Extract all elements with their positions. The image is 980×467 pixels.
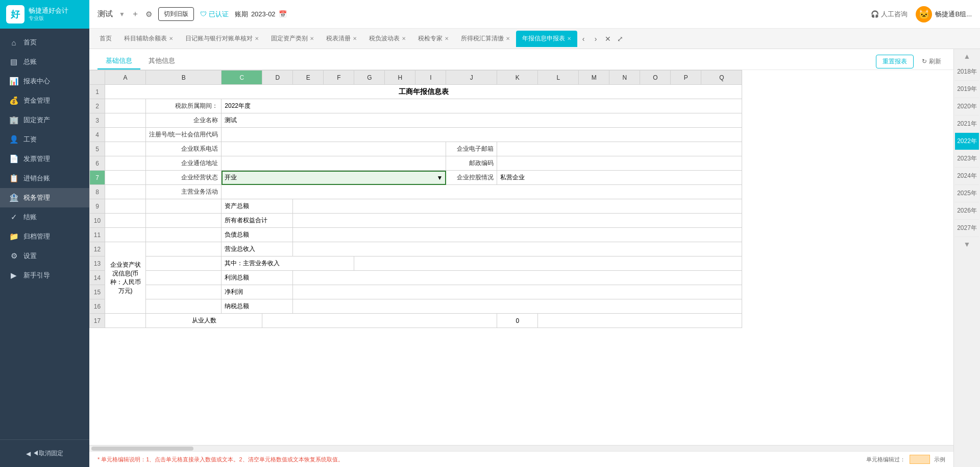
table-cell[interactable]: 2022年度: [222, 99, 742, 113]
sidebar-item-fund_mgmt[interactable]: 💰资金管理: [0, 91, 89, 110]
table-cell[interactable]: [538, 314, 742, 328]
year-item-2023[interactable]: 2023年: [955, 150, 979, 168]
table-cell[interactable]: 邮政编码: [446, 156, 497, 171]
tab-close-icon[interactable]: ✕: [169, 36, 173, 41]
table-cell[interactable]: [105, 228, 146, 242]
sidebar-item-general_ledger[interactable]: ▤总账: [0, 52, 89, 72]
year-item-2024[interactable]: 2024年: [955, 168, 979, 185]
table-cell[interactable]: [497, 142, 742, 156]
customer-service-button[interactable]: 🎧 人工咨询: [871, 10, 908, 19]
table-cell[interactable]: 0: [497, 314, 538, 328]
module-dropdown-icon[interactable]: ▼: [119, 11, 125, 18]
tab-prev-button[interactable]: ‹: [577, 33, 590, 45]
table-cell[interactable]: [293, 271, 742, 285]
table-cell[interactable]: [146, 299, 222, 314]
table-cell[interactable]: 私营企业: [497, 171, 742, 185]
dropdown-cell-operating-status[interactable]: 开业▼: [222, 171, 446, 185]
year-item-2018[interactable]: 2018年: [955, 63, 979, 81]
tab-annual_report[interactable]: 年报信息申报表✕: [516, 31, 577, 47]
year-panel-up-button[interactable]: ▲: [954, 49, 980, 63]
table-cell[interactable]: 利润总额: [222, 271, 293, 285]
table-cell[interactable]: [222, 185, 742, 199]
table-cell[interactable]: [146, 285, 222, 299]
table-cell[interactable]: 净利润: [222, 285, 293, 299]
tab-close-icon[interactable]: ✕: [353, 36, 357, 41]
sidebar-item-new_guide[interactable]: ▶新手引导: [0, 266, 89, 285]
table-cell[interactable]: 其中：主营业务收入: [222, 256, 354, 271]
table-cell[interactable]: 企业经营状态: [146, 171, 222, 185]
table-cell[interactable]: 从业人数: [146, 314, 262, 328]
table-cell[interactable]: 营业总收入: [222, 242, 293, 256]
table-cell[interactable]: [222, 128, 742, 142]
year-item-2025[interactable]: 2025年: [955, 185, 979, 202]
tab-aux_balance[interactable]: 科目辅助余额表✕: [118, 31, 179, 47]
horizontal-scrollbar[interactable]: [89, 445, 953, 451]
sidebar-item-archive_mgmt[interactable]: 📁归档管理: [0, 227, 89, 246]
sidebar-item-fixed_assets[interactable]: 🏢固定资产: [0, 110, 89, 130]
table-cell[interactable]: [105, 214, 146, 228]
table-cell[interactable]: [146, 228, 222, 242]
calendar-icon[interactable]: 📅: [279, 10, 287, 18]
table-cell[interactable]: [105, 142, 146, 156]
table-cell[interactable]: 企业通信地址: [146, 156, 222, 171]
sidebar-item-report_center[interactable]: 📊报表中心: [0, 72, 89, 91]
cell-title[interactable]: 工商年报信息表: [105, 85, 742, 99]
tab-income_tax[interactable]: 所得税汇算清缴✕: [455, 31, 516, 47]
year-item-2021[interactable]: 2021年: [955, 115, 979, 133]
table-cell[interactable]: [497, 156, 742, 171]
tab-journal_bank[interactable]: 日记账与银行对账单核对✕: [179, 31, 265, 47]
year-item-2027[interactable]: 2027年: [955, 220, 979, 237]
tab-home[interactable]: 首页: [93, 31, 118, 47]
year-item-2022[interactable]: 2022年: [955, 133, 979, 150]
table-cell[interactable]: [105, 171, 146, 185]
sidebar-item-checkout[interactable]: ✓结账: [0, 207, 89, 227]
year-item-2020[interactable]: 2020年: [955, 98, 979, 115]
tab-fixed_assets_category[interactable]: 固定资产类别✕: [265, 31, 320, 47]
sidebar-item-purchase_sales[interactable]: 📋进销台账: [0, 169, 89, 188]
table-cell[interactable]: [354, 256, 742, 271]
inner-tab-other_info[interactable]: 其他信息: [140, 53, 183, 69]
reset-report-button[interactable]: 重置报表: [876, 55, 914, 68]
tab-close-icon[interactable]: ✕: [255, 36, 259, 41]
table-cell[interactable]: [222, 142, 446, 156]
tab-close-icon[interactable]: ✕: [402, 36, 406, 41]
table-cell[interactable]: [293, 242, 742, 256]
tab-close-icon[interactable]: ✕: [310, 36, 314, 41]
table-cell[interactable]: [105, 113, 146, 128]
table-cell[interactable]: [105, 314, 146, 328]
inner-tab-basic_info[interactable]: 基础信息: [97, 53, 140, 69]
table-cell[interactable]: 企业名称: [146, 113, 222, 128]
table-cell[interactable]: [293, 199, 742, 214]
table-cell[interactable]: [293, 214, 742, 228]
table-cell[interactable]: 主营业务活动: [146, 185, 222, 199]
sidebar-item-tax_mgmt[interactable]: 🏦税务管理: [0, 188, 89, 207]
sidebar-item-invoice_mgmt[interactable]: 📄发票管理: [0, 149, 89, 169]
tab-tax_clearance[interactable]: 税表清册✕: [320, 31, 363, 47]
table-cell[interactable]: [146, 199, 222, 214]
table-cell[interactable]: 企业电子邮箱: [446, 142, 497, 156]
table-cell[interactable]: 所有者权益合计: [222, 214, 293, 228]
table-cell[interactable]: [105, 156, 146, 171]
refresh-button[interactable]: ↻ 刷新: [918, 55, 945, 68]
table-cell[interactable]: [293, 299, 742, 314]
tab-tax_expert[interactable]: 税检专家✕: [412, 31, 455, 47]
tab-tax_fluctuation[interactable]: 税负波动表✕: [363, 31, 412, 47]
table-cell[interactable]: [146, 256, 222, 271]
add-module-icon[interactable]: ＋: [131, 9, 139, 19]
table-cell[interactable]: [105, 99, 146, 113]
table-cell[interactable]: [222, 156, 446, 171]
tab-close-icon[interactable]: ✕: [445, 36, 449, 41]
year-item-2026[interactable]: 2026年: [955, 202, 979, 220]
table-cell[interactable]: [146, 214, 222, 228]
table-cell[interactable]: [146, 271, 222, 285]
year-item-2019[interactable]: 2019年: [955, 81, 979, 98]
table-cell[interactable]: 税款所属期间：: [146, 99, 222, 113]
tab-next-button[interactable]: ›: [590, 33, 602, 45]
year-panel-down-button[interactable]: ▼: [954, 237, 980, 251]
sidebar-item-home[interactable]: ⌂首页: [0, 33, 89, 52]
tab-close-icon[interactable]: ✕: [506, 36, 510, 41]
user-menu-button[interactable]: 🐱 畅捷通B组...: [916, 6, 972, 22]
table-cell[interactable]: [262, 314, 497, 328]
table-cell[interactable]: 测试: [222, 113, 742, 128]
table-cell[interactable]: [105, 199, 146, 214]
